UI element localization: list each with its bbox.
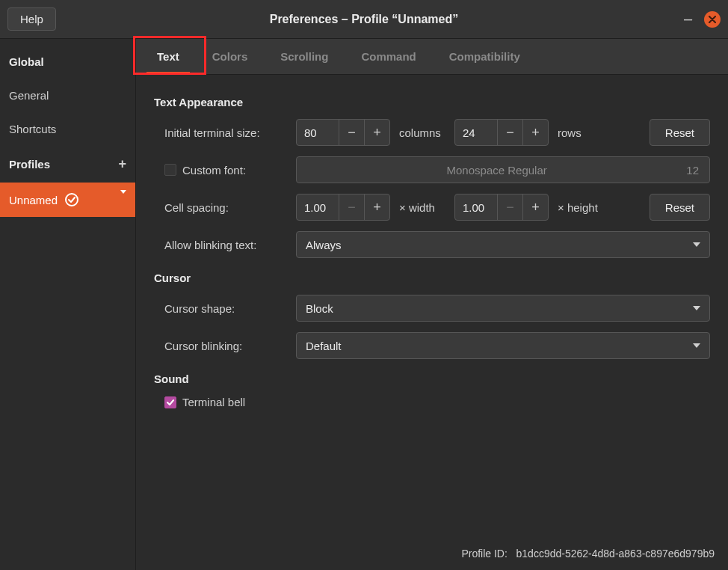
- check-icon: [167, 399, 174, 406]
- section-sound: Sound: [154, 373, 710, 385]
- tab-command[interactable]: Command: [345, 39, 432, 74]
- terminal-bell-checkbox[interactable]: [164, 396, 176, 408]
- window-controls: –: [684, 10, 721, 28]
- titlebar: Help Preferences – Profile “Unnamed” –: [0, 0, 728, 39]
- row-blinking-text: Allow blinking text: Always: [154, 231, 710, 258]
- cursor-blinking-label: Cursor blinking:: [154, 340, 287, 352]
- custom-font-label: Custom font:: [182, 164, 246, 177]
- font-size: 12: [686, 164, 699, 177]
- default-profile-icon: [65, 193, 78, 206]
- blinking-text-value: Always: [306, 239, 342, 251]
- cursor-blinking-select[interactable]: Default: [296, 332, 710, 359]
- preferences-window: Help Preferences – Profile “Unnamed” – G…: [0, 0, 728, 570]
- custom-font-checkbox[interactable]: [164, 164, 176, 176]
- tab-compatibility[interactable]: Compatibility: [433, 39, 537, 74]
- cursor-blinking-value: Default: [306, 340, 342, 352]
- cell-height-spinbox[interactable]: 1.00 − +: [454, 194, 549, 221]
- minimize-button[interactable]: –: [684, 10, 692, 28]
- rows-increment[interactable]: +: [522, 120, 548, 145]
- text-panel: Text Appearance Initial terminal size: 8…: [136, 75, 728, 540]
- profile-id-label: Profile ID:: [461, 548, 507, 560]
- rows-value: 24: [455, 126, 497, 139]
- window-title: Preferences – Profile “Unnamed”: [0, 13, 728, 26]
- profiles-label: Profiles: [9, 158, 50, 171]
- cell-width-unit: × width: [399, 201, 445, 214]
- sidebar-heading-global: Global: [0, 45, 135, 79]
- tab-text[interactable]: Text: [141, 39, 196, 74]
- cell-height-increment[interactable]: +: [522, 194, 548, 220]
- cell-width-value: 1.00: [297, 201, 339, 214]
- sidebar-item-shortcuts[interactable]: Shortcuts: [0, 112, 135, 146]
- tab-colors[interactable]: Colors: [196, 39, 265, 74]
- cell-height-decrement[interactable]: −: [497, 194, 522, 220]
- sidebar-profile-unnamed[interactable]: Unnamed: [0, 183, 135, 217]
- rows-unit: rows: [558, 126, 604, 139]
- profile-id-value: b1dcc9dd-5262-4d8d-a863-c897e6d979b9: [516, 548, 715, 560]
- row-custom-font: Custom font: Monospace Regular 12: [154, 156, 710, 183]
- blinking-text-label: Allow blinking text:: [154, 239, 287, 251]
- blinking-text-select[interactable]: Always: [296, 231, 710, 258]
- chevron-down-icon: [693, 306, 700, 310]
- columns-unit: columns: [399, 126, 445, 139]
- content: Text Colors Scrolling Command Compatibil…: [136, 39, 728, 570]
- row-cell-spacing: Cell spacing: 1.00 − + × width 1.00 − + …: [154, 194, 710, 221]
- rows-spinbox[interactable]: 24 − +: [454, 119, 549, 146]
- footer: Profile ID: b1dcc9dd-5262-4d8d-a863-c897…: [136, 540, 728, 570]
- tabs: Text Colors Scrolling Command Compatibil…: [136, 39, 728, 75]
- cell-width-spinbox[interactable]: 1.00 − +: [296, 194, 390, 221]
- cell-height-value: 1.00: [455, 201, 497, 214]
- section-text-appearance: Text Appearance: [154, 96, 710, 108]
- help-button[interactable]: Help: [7, 7, 56, 31]
- cursor-shape-select[interactable]: Block: [296, 295, 710, 322]
- row-cursor-blinking: Cursor blinking: Default: [154, 332, 710, 359]
- add-profile-button[interactable]: +: [118, 156, 126, 172]
- initial-size-label: Initial terminal size:: [154, 126, 287, 139]
- sidebar-heading-profiles: Profiles +: [0, 146, 135, 183]
- cursor-shape-value: Block: [306, 302, 333, 315]
- columns-decrement[interactable]: −: [339, 120, 364, 145]
- row-initial-size: Initial terminal size: 80 − + columns 24…: [154, 119, 710, 146]
- chevron-down-icon: [693, 242, 700, 247]
- columns-increment[interactable]: +: [364, 120, 389, 145]
- close-button[interactable]: [704, 11, 721, 28]
- close-icon: [709, 16, 716, 23]
- chevron-down-icon: [693, 343, 700, 348]
- reset-cell-spacing-button[interactable]: Reset: [650, 194, 710, 221]
- reset-size-button[interactable]: Reset: [650, 119, 710, 146]
- sidebar-item-general[interactable]: General: [0, 79, 135, 112]
- font-name: Monospace Regular: [307, 164, 686, 177]
- profile-name: Unnamed: [9, 194, 58, 206]
- sidebar: Global General Shortcuts Profiles + Unna…: [0, 39, 136, 570]
- columns-value: 80: [297, 126, 339, 139]
- cursor-shape-label: Cursor shape:: [154, 302, 287, 315]
- row-terminal-bell: Terminal bell: [154, 396, 710, 408]
- cell-width-increment[interactable]: +: [364, 194, 389, 220]
- cell-spacing-label: Cell spacing:: [154, 201, 287, 214]
- rows-decrement[interactable]: −: [497, 120, 522, 145]
- profile-menu-caret[interactable]: [120, 194, 126, 206]
- columns-spinbox[interactable]: 80 − +: [296, 119, 390, 146]
- cell-height-unit: × height: [558, 201, 604, 214]
- row-cursor-shape: Cursor shape: Block: [154, 295, 710, 322]
- font-select-button[interactable]: Monospace Regular 12: [296, 156, 710, 183]
- cell-width-decrement[interactable]: −: [339, 194, 364, 220]
- terminal-bell-label: Terminal bell: [182, 396, 245, 408]
- custom-font-label-wrap: Custom font:: [154, 164, 287, 177]
- section-cursor: Cursor: [154, 272, 710, 284]
- body: Global General Shortcuts Profiles + Unna…: [0, 39, 728, 570]
- tab-scrolling[interactable]: Scrolling: [264, 39, 345, 74]
